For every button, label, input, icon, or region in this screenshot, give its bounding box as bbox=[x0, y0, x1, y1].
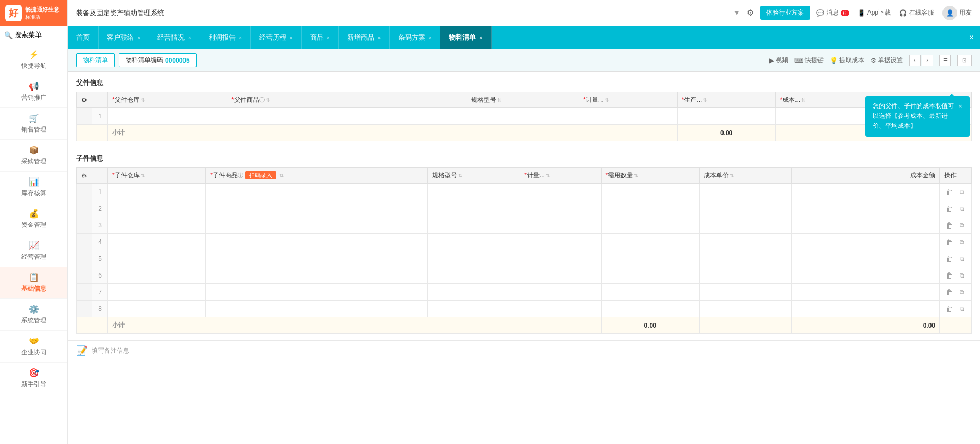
child-warehouse-sort-icon[interactable]: ⇅ bbox=[141, 173, 145, 178]
tab-history[interactable]: 经营历程 × bbox=[251, 26, 301, 49]
child-row2-unit-cost[interactable] bbox=[699, 200, 791, 217]
child-row2-unit[interactable] bbox=[520, 200, 601, 217]
shortcut-action[interactable]: ⌨ 快捷键 bbox=[794, 56, 824, 65]
child-row2-spec[interactable] bbox=[427, 200, 520, 217]
parent-produce-sort-icon[interactable]: ⇅ bbox=[703, 97, 707, 103]
child-row6-delete-btn[interactable]: 🗑 bbox=[944, 270, 954, 281]
scan-input-button[interactable]: 扫码录入 bbox=[245, 171, 276, 179]
tab-barcode-close[interactable]: × bbox=[428, 34, 432, 41]
child-row2-copy-btn[interactable]: ⧉ bbox=[957, 203, 967, 214]
child-row8-unit-cost[interactable] bbox=[699, 301, 791, 317]
child-row1-qty[interactable] bbox=[601, 184, 699, 200]
child-row8-unit[interactable] bbox=[520, 301, 601, 317]
child-goods-info-icon[interactable]: ⓘ bbox=[238, 172, 243, 178]
tab-customer[interactable]: 客户联络 × bbox=[99, 26, 149, 49]
child-row7-goods[interactable] bbox=[206, 284, 428, 301]
parent-goods-sort-icon[interactable]: ⇅ bbox=[266, 97, 270, 103]
parent-row1-unit[interactable] bbox=[579, 108, 678, 125]
child-row8-qty[interactable] bbox=[601, 301, 699, 317]
parent-warehouse-sort-icon[interactable]: ⇅ bbox=[141, 97, 145, 103]
child-row8-copy-btn[interactable]: ⧉ bbox=[957, 304, 967, 314]
sidebar-item-guide[interactable]: 🎯 新手引导 bbox=[0, 363, 67, 394]
tab-home[interactable]: 首页 bbox=[68, 26, 99, 49]
child-row7-delete-btn[interactable]: 🗑 bbox=[944, 287, 954, 297]
child-row5-spec[interactable] bbox=[427, 250, 520, 267]
sidebar-item-purchase[interactable]: 📦 采购管理 bbox=[0, 140, 67, 172]
sidebar-item-inventory[interactable]: 📊 库存核算 bbox=[0, 172, 67, 203]
child-row5-warehouse[interactable] bbox=[108, 250, 206, 267]
child-row1-unit-cost[interactable] bbox=[699, 184, 791, 200]
child-row3-qty[interactable] bbox=[601, 217, 699, 234]
child-row2-qty[interactable] bbox=[601, 200, 699, 217]
parent-spec-sort-icon[interactable]: ⇅ bbox=[497, 97, 501, 103]
child-row4-spec[interactable] bbox=[427, 234, 520, 250]
parent-cost-sort-icon[interactable]: ⇅ bbox=[801, 97, 805, 103]
child-row5-unit[interactable] bbox=[520, 250, 601, 267]
child-row3-goods[interactable] bbox=[206, 217, 428, 234]
child-row2-warehouse[interactable] bbox=[108, 200, 206, 217]
parent-row1-warehouse[interactable] bbox=[108, 108, 227, 125]
app-download-button[interactable]: 📱 App下载 bbox=[858, 8, 891, 17]
child-row8-goods[interactable] bbox=[206, 301, 428, 317]
close-all-tabs[interactable]: × bbox=[963, 33, 980, 42]
child-row1-goods[interactable] bbox=[206, 184, 428, 200]
child-row8-warehouse[interactable] bbox=[108, 301, 206, 317]
parent-row1-spec[interactable] bbox=[467, 108, 579, 125]
child-qty-sort-icon[interactable]: ⇅ bbox=[634, 173, 638, 178]
online-service-button[interactable]: 🎧 在线客服 bbox=[899, 8, 934, 17]
child-row4-goods[interactable] bbox=[206, 234, 428, 250]
child-row7-unit[interactable] bbox=[520, 284, 601, 301]
child-row7-unit-cost[interactable] bbox=[699, 284, 791, 301]
user-menu[interactable]: 👤 用友 bbox=[942, 6, 972, 20]
child-row5-copy-btn[interactable]: ⧉ bbox=[957, 254, 967, 264]
sidebar-item-quick-nav[interactable]: ⚡ 快捷导航 bbox=[0, 44, 67, 76]
child-row6-unit-cost[interactable] bbox=[699, 267, 791, 284]
tab-new-goods-close[interactable]: × bbox=[377, 34, 381, 41]
sidebar-search[interactable]: 🔍 搜索菜单 bbox=[0, 26, 67, 44]
tab-profit-close[interactable]: × bbox=[239, 34, 242, 41]
child-row2-delete-btn[interactable]: 🗑 bbox=[944, 203, 954, 214]
message-button[interactable]: 💬 消息 6 bbox=[816, 8, 849, 17]
child-row7-qty[interactable] bbox=[601, 284, 699, 301]
sub-tab-code[interactable]: 物料清单编码 0000005 bbox=[119, 53, 197, 67]
child-row6-warehouse[interactable] bbox=[108, 267, 206, 284]
child-row1-delete-btn[interactable]: 🗑 bbox=[944, 187, 954, 197]
sub-tab-list[interactable]: 物料清单 bbox=[76, 53, 115, 67]
child-row3-copy-btn[interactable]: ⧉ bbox=[957, 220, 967, 231]
child-row1-warehouse[interactable] bbox=[108, 184, 206, 200]
child-row4-warehouse[interactable] bbox=[108, 234, 206, 250]
child-row6-qty[interactable] bbox=[601, 267, 699, 284]
child-row7-warehouse[interactable] bbox=[108, 284, 206, 301]
nav-prev[interactable]: ‹ bbox=[909, 55, 921, 66]
parent-goods-info-icon[interactable]: ⓘ bbox=[259, 97, 265, 103]
parent-row1-cost[interactable] bbox=[776, 108, 874, 125]
tooltip-close-button[interactable]: × bbox=[958, 101, 962, 112]
child-row3-unit[interactable] bbox=[520, 217, 601, 234]
sidebar-item-finance[interactable]: 💰 资金管理 bbox=[0, 203, 67, 235]
child-row5-unit-cost[interactable] bbox=[699, 250, 791, 267]
nav-expand[interactable]: ⊡ bbox=[957, 55, 972, 66]
child-row8-delete-btn[interactable]: 🗑 bbox=[944, 304, 954, 314]
parent-row1-produce[interactable] bbox=[677, 108, 776, 125]
child-row5-goods[interactable] bbox=[206, 250, 428, 267]
nav-menu[interactable]: ☰ bbox=[939, 55, 951, 66]
child-row4-unit[interactable] bbox=[520, 234, 601, 250]
tab-goods[interactable]: 商品 × bbox=[302, 26, 339, 49]
tab-bom[interactable]: 物料清单 × bbox=[440, 26, 491, 49]
child-row3-unit-cost[interactable] bbox=[699, 217, 791, 234]
child-row1-unit[interactable] bbox=[520, 184, 601, 200]
tab-ops-close[interactable]: × bbox=[188, 34, 191, 41]
sidebar-item-enterprise[interactable]: 🤝 企业协同 bbox=[0, 331, 67, 363]
dropdown-icon[interactable]: ▼ bbox=[733, 9, 740, 17]
child-th-gear[interactable]: ⚙ bbox=[77, 168, 92, 184]
sidebar-item-marketing[interactable]: 📢 营销推广 bbox=[0, 76, 67, 108]
child-row4-qty[interactable] bbox=[601, 234, 699, 250]
child-row5-delete-btn[interactable]: 🗑 bbox=[944, 254, 954, 264]
settings-icon[interactable]: ⚙ bbox=[746, 8, 754, 18]
child-row4-unit-cost[interactable] bbox=[699, 234, 791, 250]
nav-next[interactable]: › bbox=[922, 55, 933, 66]
sidebar-item-basic-info[interactable]: 📋 基础信息 bbox=[0, 267, 67, 299]
tab-profit[interactable]: 利润报告 × bbox=[200, 26, 251, 49]
child-row8-spec[interactable] bbox=[427, 301, 520, 317]
child-unit-sort-icon[interactable]: ⇅ bbox=[546, 173, 550, 178]
